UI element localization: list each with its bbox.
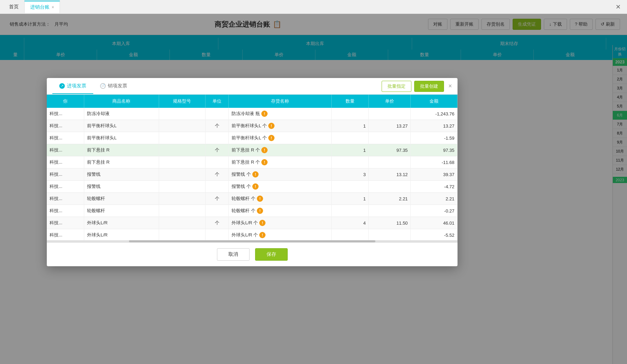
cell-unit [206, 108, 229, 120]
cell-company: 科技... [47, 229, 84, 241]
cell-product-name: 前下悬挂 R [84, 156, 159, 168]
cell-product-name: 前平衡杆球头L [84, 120, 159, 132]
cell-spec [159, 217, 206, 229]
th-company: 你 [47, 95, 84, 108]
cell-inventory-name: 外球头L/R 个! [229, 229, 331, 241]
cell-quantity [331, 205, 369, 217]
cell-product-name: 外球头L/R [84, 229, 159, 241]
cell-product-name: 前平衡杆球头L [84, 132, 159, 144]
window-close-button[interactable]: ✕ [612, 1, 624, 12]
invoice-dialog: ↗ 进项发票 📄 销项发票 批量指定 批量创建 × 你 商品名称 [47, 78, 458, 266]
horizontal-scrollbar[interactable] [47, 240, 458, 242]
warning-icon: ! [268, 135, 275, 141]
cell-spec [159, 181, 206, 193]
cell-product-name: 外球头L/R [84, 217, 159, 229]
cell-inventory-name: 前平衡杆球头L 个! [229, 120, 331, 132]
tab-close-icon[interactable]: × [52, 5, 54, 10]
tab-outgoing-invoice[interactable]: 📄 销项发票 [93, 79, 134, 94]
cell-amount: 2.21 [411, 193, 458, 205]
cell-company: 科技... [47, 156, 84, 168]
cell-inventory-name: 防冻冷却液 瓶! [229, 108, 331, 120]
warning-icon: ! [268, 123, 275, 129]
incoming-invoice-icon: ↗ [59, 83, 65, 89]
dialog-table-body: 你 商品名称 规格型号 单位 存货名称 数量 单价 金额 科技...防冻冷却液防… [47, 95, 458, 240]
cell-quantity: 1 [331, 193, 369, 205]
cell-amount: -5.52 [411, 229, 458, 241]
cell-spec [159, 132, 206, 144]
tab-ledger[interactable]: 进销台账 × [24, 1, 60, 13]
cell-unit: 个 [206, 120, 229, 132]
main-content: 销售成本计算方法： 月平均 商贸企业进销台账 📋 对账 重新开账 存货别名 生成… [0, 14, 627, 364]
cell-unit-price: 11.50 [369, 217, 411, 229]
cell-product-name: 报警线 [84, 168, 159, 181]
table-row: 科技...报警线报警线 个!-4.72 [47, 181, 458, 193]
table-row: 科技...前平衡杆球头L前平衡杆球头L 个!-1.59 [47, 132, 458, 144]
cell-unit-price: 2.21 [369, 193, 411, 205]
cell-spec [159, 205, 206, 217]
tab-home[interactable]: 首页 [3, 1, 24, 13]
batch-assign-button[interactable]: 批量指定 [382, 81, 411, 92]
warning-icon: ! [261, 111, 268, 117]
table-row: 科技...前平衡杆球头L个前平衡杆球头L 个!113.2713.27 [47, 120, 458, 132]
warning-icon: ! [261, 147, 268, 153]
cell-quantity [331, 132, 369, 144]
cell-company: 科技... [47, 108, 84, 120]
cell-unit-price [369, 156, 411, 168]
cell-inventory-name: 前下悬挂 R 个! [229, 156, 331, 168]
cell-quantity: 3 [331, 168, 369, 181]
outgoing-invoice-icon: 📄 [100, 83, 106, 89]
batch-create-button[interactable]: 批量创建 [414, 81, 444, 92]
dialog-header: ↗ 进项发票 📄 销项发票 批量指定 批量创建 × [47, 78, 458, 95]
cell-amount: -4.72 [411, 181, 458, 193]
cell-inventory-name: 外球头L/R 个! [229, 217, 331, 229]
cell-company: 科技... [47, 193, 84, 205]
cell-quantity [331, 156, 369, 168]
table-row: 科技...外球头L/R外球头L/R 个!-5.52 [47, 229, 458, 241]
scrollbar-thumb[interactable] [129, 240, 375, 242]
cell-spec [159, 120, 206, 132]
cell-company: 科技... [47, 181, 84, 193]
dialog-close-button[interactable]: × [448, 83, 452, 90]
warning-icon: ! [259, 220, 265, 226]
cell-unit-price [369, 205, 411, 217]
cell-spec [159, 168, 206, 181]
dialog-actions: 批量指定 批量创建 [382, 81, 444, 92]
warning-icon: ! [259, 232, 265, 238]
cell-company: 科技... [47, 120, 84, 132]
table-row: 科技...外球头L/R个外球头L/R 个!411.5046.01 [47, 217, 458, 229]
table-row: 科技...防冻冷却液防冻冷却液 瓶!-1,243.76 [47, 108, 458, 120]
warning-icon: ! [257, 196, 263, 202]
tab-bar: 首页 进销台账 × ✕ [0, 0, 627, 14]
cell-inventory-name: 报警线 个! [229, 168, 331, 181]
cell-unit [206, 156, 229, 168]
th-unit-price: 单价 [369, 95, 411, 108]
table-header-row: 你 商品名称 规格型号 单位 存货名称 数量 单价 金额 [47, 95, 458, 108]
cell-amount: -0.27 [411, 205, 458, 217]
cell-product-name: 前下悬挂 R [84, 144, 159, 156]
table-row: 科技...前下悬挂 R个前下悬挂 R 个!197.3597.35 [47, 144, 458, 156]
warning-icon: ! [252, 171, 259, 177]
cell-unit [206, 181, 229, 193]
dialog-tabs: ↗ 进项发票 📄 销项发票 [52, 79, 134, 94]
cell-amount: -1,243.76 [411, 108, 458, 120]
cell-unit-price [369, 108, 411, 120]
cell-unit-price: 13.12 [369, 168, 411, 181]
cell-unit: 个 [206, 144, 229, 156]
save-button[interactable]: 保存 [255, 248, 288, 261]
cell-company: 科技... [47, 132, 84, 144]
cell-unit-price [369, 229, 411, 241]
cell-unit-price: 13.27 [369, 120, 411, 132]
cell-quantity: 1 [331, 144, 369, 156]
tab-incoming-invoice[interactable]: ↗ 进项发票 [52, 79, 93, 94]
cell-quantity [331, 229, 369, 241]
table-row: 科技...轮毂螺杆轮毂螺杆 个!-0.27 [47, 205, 458, 217]
cell-inventory-name: 前下悬挂 R 个! [229, 144, 331, 156]
warning-icon: ! [261, 159, 268, 165]
cell-unit [206, 229, 229, 241]
cell-unit: 个 [206, 193, 229, 205]
th-quantity: 数量 [331, 95, 369, 108]
cancel-button[interactable]: 取消 [217, 248, 250, 261]
cell-amount: -1.59 [411, 132, 458, 144]
cell-inventory-name: 轮毂螺杆 个! [229, 193, 331, 205]
cell-amount: 97.35 [411, 144, 458, 156]
